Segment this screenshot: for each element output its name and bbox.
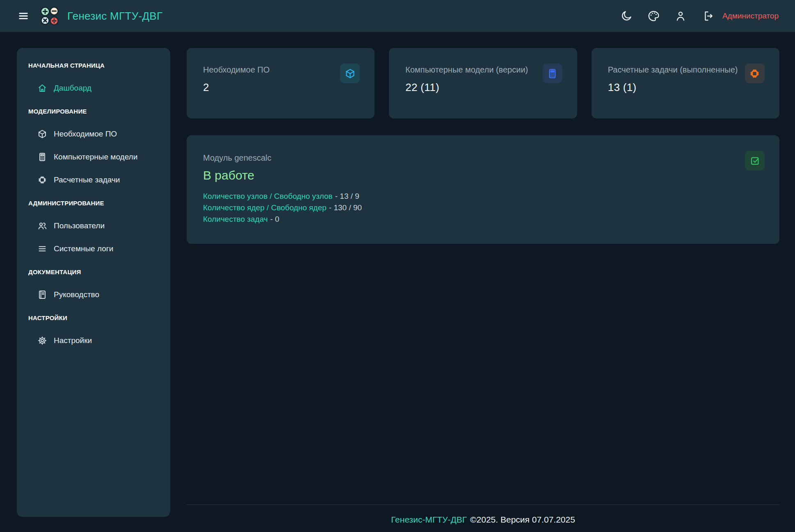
main-layout: НАЧАЛЬНАЯ СТРАНИЦА Дашбоард МОДЕЛИРОВАНИ…: [0, 32, 795, 532]
sidebar: НАЧАЛЬНАЯ СТРАНИЦА Дашбоард МОДЕЛИРОВАНИ…: [17, 48, 170, 517]
stat-cards-row: Необходимое ПО 2 Компьютерные модели (ве…: [187, 48, 779, 118]
sidebar-item-label: Руководство: [54, 290, 99, 299]
module-stat-value: - 0: [270, 215, 279, 223]
sidebar-item-manual[interactable]: Руководство: [17, 283, 170, 306]
sidebar-item-label: Расчетные задачи: [54, 175, 120, 184]
cpu-icon: [37, 175, 54, 185]
cube-icon: [37, 129, 54, 139]
sidebar-section-home: НАЧАЛЬНАЯ СТРАНИЦА: [17, 54, 170, 77]
logout-button[interactable]: [699, 7, 717, 25]
app-logo-icon: [39, 7, 61, 25]
hamburger-icon: [18, 10, 29, 22]
profile-button[interactable]: [672, 7, 690, 25]
logout-icon: [701, 10, 714, 22]
stat-card-value: 13 (1): [608, 81, 763, 94]
footer-copyright: ©2025. Версия 07.07.2025: [470, 515, 575, 524]
app-header: Генезис МГТУ-ДВГ Администратор: [0, 0, 795, 32]
sidebar-item-users[interactable]: Пользователи: [17, 214, 170, 237]
stat-card-value: 22 (11): [405, 81, 560, 94]
user-icon: [674, 10, 687, 22]
footer: Генезис-МГТУ-ДВГ©2025. Версия 07.07.2025: [187, 505, 779, 532]
sidebar-item-label: Настройки: [54, 336, 92, 345]
calculator-icon: [37, 152, 54, 162]
sidebar-section-settings: НАСТРОЙКИ: [17, 306, 170, 329]
sidebar-item-label: Компьютерные модели: [54, 152, 137, 161]
sidebar-section-modeling: МОДЕЛИРОВАНИЕ: [17, 100, 170, 123]
sidebar-item-required-software[interactable]: Необходимое ПО: [17, 123, 170, 146]
sidebar-item-settings[interactable]: Настройки: [17, 329, 170, 352]
menu-toggle-button[interactable]: [16, 9, 30, 23]
module-stats: Количество узлов / Свободно узлов- 13 / …: [203, 191, 763, 225]
main-content: Необходимое ПО 2 Компьютерные модели (ве…: [187, 48, 779, 532]
module-stat-value: - 13 / 9: [335, 192, 359, 200]
module-stat-tasks: Количество задач- 0: [203, 214, 763, 225]
module-stat-nodes: Количество узлов / Свободно узлов- 13 / …: [203, 191, 763, 202]
sidebar-item-system-logs[interactable]: Системные логи: [17, 237, 170, 260]
moon-icon: [620, 10, 633, 22]
home-icon: [37, 83, 54, 93]
sidebar-section-administration: АДМИНИСТРИРОВАНИЕ: [17, 191, 170, 214]
footer-brand-link[interactable]: Генезис-МГТУ-ДВГ: [391, 515, 467, 524]
gear-icon: [37, 336, 54, 346]
users-icon: [37, 221, 54, 231]
list-icon: [37, 244, 54, 254]
palette-icon: [647, 10, 660, 22]
brand: Генезис МГТУ-ДВГ: [39, 7, 162, 25]
module-card-genescalc: Модуль genescalc В работе Количество узл…: [187, 135, 779, 244]
user-role-label: Администратор: [722, 11, 779, 20]
stat-card-required-software: Необходимое ПО 2: [187, 48, 375, 118]
module-stat-label: Количество узлов / Свободно узлов: [203, 192, 333, 200]
sidebar-item-dashboard[interactable]: Дашбоард: [17, 77, 170, 100]
sidebar-item-label: Необходимое ПО: [54, 130, 117, 139]
calculator-icon: [543, 64, 562, 83]
app-title: Генезис МГТУ-ДВГ: [67, 10, 162, 23]
stat-card-label: Расчетные задачи (выполненные): [608, 65, 763, 75]
stat-card-computer-models: Компьютерные модели (версии) 22 (11): [389, 48, 577, 118]
module-card-label: Модуль genescalc: [203, 153, 763, 163]
sidebar-item-label: Системные логи: [54, 244, 113, 253]
module-stat-label: Количество задач: [203, 215, 268, 223]
cpu-icon: [745, 64, 765, 83]
sidebar-item-label: Дашбоард: [54, 84, 91, 93]
cube-icon: [340, 64, 360, 83]
sidebar-section-documentation: ДОКУМЕНТАЦИЯ: [17, 260, 170, 283]
stat-card-label: Необходимое ПО: [203, 65, 358, 75]
module-stat-cores: Количество ядер / Свободно ядер- 130 / 9…: [203, 202, 763, 214]
module-status: В работе: [203, 168, 763, 182]
stat-card-value: 2: [203, 81, 358, 94]
checkbox-icon: [745, 151, 765, 171]
module-stat-value: - 130 / 90: [329, 203, 362, 212]
stat-card-label: Компьютерные модели (версии): [405, 65, 560, 75]
theme-button[interactable]: [644, 7, 662, 25]
book-icon: [37, 290, 54, 300]
dark-mode-button[interactable]: [617, 7, 635, 25]
sidebar-item-label: Пользователи: [54, 221, 105, 230]
sidebar-item-computer-models[interactable]: Компьютерные модели: [17, 146, 170, 168]
sidebar-item-calc-tasks[interactable]: Расчетные задачи: [17, 168, 170, 191]
stat-card-calc-tasks: Расчетные задачи (выполненные) 13 (1): [592, 48, 779, 118]
module-stat-label: Количество ядер / Свободно ядер: [203, 203, 327, 212]
